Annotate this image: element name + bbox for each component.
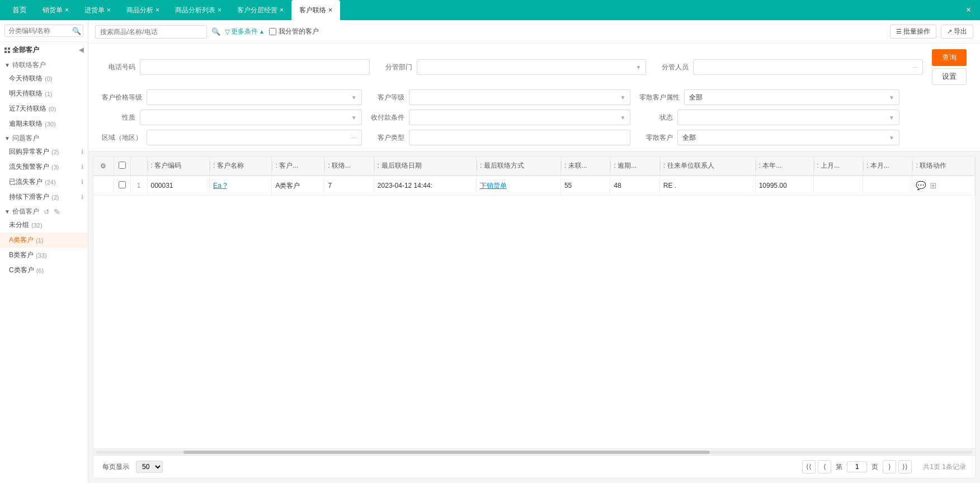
retail-attr-select[interactable]: 全部 ▼ [684, 89, 899, 105]
nav-close-product-list[interactable]: × [218, 6, 222, 14]
first-page-btn[interactable]: ⟨⟨ [802, 460, 816, 473]
my-customers-checkbox[interactable] [269, 28, 276, 35]
cust-level-select[interactable]: ▼ [409, 89, 631, 105]
info-repurchase-icon[interactable]: ℹ [81, 148, 83, 155]
refresh-value-icon[interactable]: ↺ [44, 208, 49, 216]
sidebar-item-no-group[interactable]: 未分组 (32) [0, 217, 88, 233]
row-checkbox[interactable] [119, 181, 126, 188]
select-all-checkbox[interactable] [119, 162, 126, 169]
sidebar-group-problem[interactable]: ▼ 问题客户 [0, 131, 88, 144]
region-dots-icon: ··· [351, 134, 357, 141]
sidebar-search-input[interactable] [4, 25, 83, 37]
page-number-input[interactable] [847, 461, 867, 472]
filter-cell-region: 区域（地区） ··· [97, 130, 366, 145]
more-conds-arrow: ▲ [259, 29, 265, 35]
sidebar-item-class-b[interactable]: B类客户 (33) [0, 248, 88, 263]
page-label: 第 [836, 462, 842, 472]
nav-purchase[interactable]: 进货单 × [77, 0, 119, 20]
filter-search-input[interactable] [95, 25, 207, 39]
row-checkbox-cell[interactable] [114, 176, 130, 196]
last-page-btn[interactable]: ⟩⟩ [898, 460, 912, 473]
nav-close-product-analysis[interactable]: × [156, 6, 159, 14]
row-name-cell[interactable]: Ea ? [209, 176, 271, 196]
nav-home[interactable]: 首页 [4, 0, 35, 20]
qr-icon[interactable]: ⊞ [930, 181, 937, 191]
retail-arrow: ▼ [889, 135, 894, 141]
nav-close-customer-segment[interactable]: × [280, 6, 284, 14]
payment-select[interactable]: ▼ [409, 110, 631, 125]
action-icons: 💬 ⊞ [916, 181, 971, 191]
prev-page-btn[interactable]: ⟨ [818, 460, 831, 473]
payment-arrow: ▼ [620, 115, 625, 121]
setting-btn[interactable]: 设置 [932, 68, 967, 85]
sidebar-item-7days[interactable]: 近7天待联络 (0) [0, 101, 88, 116]
scrollbar-track [96, 451, 973, 454]
collapse-sidebar-icon[interactable]: ◀ [79, 46, 83, 54]
sidebar-item-churned[interactable]: 已流失客户 (24) ℹ [0, 174, 88, 190]
chat-icon[interactable]: 💬 [916, 181, 926, 191]
sidebar-item-overdue[interactable]: 逾期未联络 (30) [0, 116, 88, 131]
price-level-select[interactable]: ▼ [147, 89, 362, 105]
last-method-link[interactable]: 下销货单 [480, 182, 507, 190]
nav-customer-contact[interactable]: 客户联络 × [291, 0, 340, 20]
nature-label: 性质 [102, 113, 135, 122]
retail-attr-arrow: ▼ [889, 94, 894, 101]
info-churn-warn-icon[interactable]: ℹ [81, 163, 83, 171]
row-last-method-cell[interactable]: 下销货单 [476, 176, 560, 196]
sidebar-item-class-c[interactable]: C类客户 (6) [0, 263, 88, 278]
table-scrollbar[interactable] [93, 448, 975, 455]
sidebar-item-declining[interactable]: 持续下滑客户 (2) ℹ [0, 190, 88, 205]
filter-search-icon[interactable]: 🔍 [211, 27, 220, 36]
row-contact-cell: 7 [324, 176, 374, 196]
cust-type-select[interactable] [409, 130, 631, 145]
nav-close-purchase[interactable]: × [107, 6, 111, 14]
batch-op-btn[interactable]: ☰ 批量操作 [890, 25, 936, 39]
scrollbar-thumb[interactable] [183, 451, 710, 454]
edit-value-icon[interactable]: ✎ [54, 207, 60, 216]
sidebar-item-today[interactable]: 今天待联络 (0) [0, 71, 88, 86]
phone-input[interactable] [140, 59, 370, 75]
person-select[interactable]: ··· [693, 59, 923, 75]
col-last-month: : 上月... [813, 157, 863, 176]
filter-more-btn[interactable]: ▽ 更多条件 ▲ [225, 27, 265, 36]
all-customers-label: 全部客户 [12, 45, 39, 55]
close-all-icon[interactable]: × [962, 5, 976, 15]
nature-select[interactable]: ▼ [140, 110, 362, 125]
region-select[interactable]: ··· [147, 130, 362, 145]
nav-sales[interactable]: 销货单 × [35, 0, 77, 20]
next-page-btn[interactable]: ⟩ [883, 460, 896, 473]
retail-label: 零散客户 [639, 133, 673, 143]
export-btn[interactable]: ↗ 导出 [941, 25, 973, 39]
nav-close-sales[interactable]: × [65, 6, 69, 14]
customer-name-link[interactable]: Ea ? [213, 182, 227, 190]
col-contact: : 联络... [324, 157, 374, 176]
sidebar-item-churn-warn[interactable]: 流失预警客户 (3) ℹ [0, 159, 88, 174]
dept-select[interactable]: ▼ [417, 59, 647, 75]
retail-select[interactable]: 全部 ▼ [677, 130, 899, 145]
nav-product-analysis[interactable]: 商品分析 × [119, 0, 167, 20]
sidebar: 🔍 全部客户 ◀ ▼ 待联络客户 今天待联络 (0) 明天待联络 (1) [0, 20, 88, 483]
info-churned-icon[interactable]: ℹ [81, 178, 83, 186]
sidebar-group-value[interactable]: ▼ 价值客户 ↺ ✎ [0, 205, 88, 217]
page-nav: ⟨⟨ ⟨ 第 页 ⟩ ⟩⟩ 共1页 1条记录 [802, 460, 966, 473]
sidebar-group-pending[interactable]: ▼ 待联络客户 [0, 58, 88, 71]
nav-product-list[interactable]: 商品分析列表 × [167, 0, 229, 20]
sidebar-item-repurchase[interactable]: 回购异常客户 (2) ℹ [0, 144, 88, 159]
nav-customer-segment[interactable]: 客户分层经营 × [229, 0, 291, 20]
sidebar-item-tomorrow[interactable]: 明天待联络 (1) [0, 86, 88, 101]
col-last-date: : 最后联络日期 [374, 157, 476, 176]
table-footer: 每页显示 50 ⟨⟨ ⟨ 第 页 ⟩ ⟩⟩ 共1页 1条记录 [93, 455, 975, 478]
info-declining-icon[interactable]: ℹ [81, 193, 83, 201]
col-checkbox-header[interactable] [114, 157, 130, 176]
my-customers-checkbox-label[interactable]: 我分管的客户 [269, 27, 319, 36]
sidebar-item-class-a[interactable]: A类客户 (1) [0, 233, 88, 248]
sidebar-all-customers[interactable]: 全部客户 ◀ [0, 42, 88, 58]
row-last-month-cell [813, 176, 863, 196]
sidebar-search-icon: 🔍 [72, 27, 81, 35]
status-select[interactable]: ▼ [677, 110, 899, 125]
col-gear[interactable]: ⚙ [93, 157, 114, 176]
page-size-select[interactable]: 50 [136, 461, 163, 473]
query-btn[interactable]: 查询 [932, 49, 967, 66]
triangle-problem-icon: ▼ [4, 135, 10, 141]
nav-close-customer-contact[interactable]: × [328, 6, 332, 14]
